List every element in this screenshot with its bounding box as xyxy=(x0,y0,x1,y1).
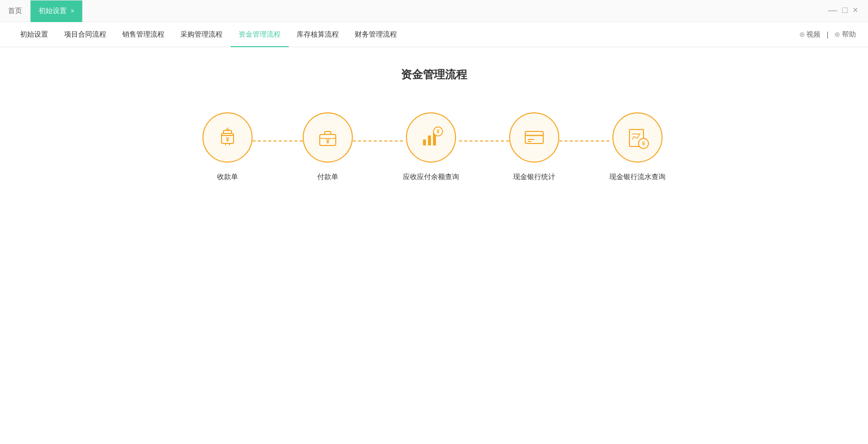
minimize-button[interactable]: — xyxy=(828,5,837,16)
svg-text:¥: ¥ xyxy=(437,129,440,134)
nav-item-initial[interactable]: 初始设置 xyxy=(12,22,56,47)
flow-item-payment[interactable]: ¥ 付款单 xyxy=(303,112,353,182)
top-bar: 首页 初始设置 × xyxy=(0,0,868,22)
connector-3 xyxy=(459,140,509,154)
nav-item-capital[interactable]: 资金管理流程 xyxy=(231,22,289,47)
close-tab-icon[interactable]: × xyxy=(71,8,74,15)
active-tab-label: 初始设置 xyxy=(39,7,67,16)
flow-item-cash-flow[interactable]: ¥ 现金银行流水查询 xyxy=(609,112,666,182)
flow-circle-cash-bank xyxy=(509,112,559,163)
flow-label-cash-flow: 现金银行流水查询 xyxy=(609,173,666,182)
svg-rect-7 xyxy=(428,135,431,145)
nav-item-inventory[interactable]: 库存核算流程 xyxy=(289,22,347,47)
nav-item-purchase[interactable]: 采购管理流程 xyxy=(172,22,231,47)
maximize-button[interactable]: □ xyxy=(842,5,848,16)
svg-rect-6 xyxy=(423,139,426,145)
help-link[interactable]: ⊙ 帮助 xyxy=(834,30,856,39)
nav-right: ⊙ 视频 | ⊙ 帮助 xyxy=(799,30,856,39)
balance-icon: ¥ xyxy=(418,124,444,151)
flow-label-cash-bank: 现金银行统计 xyxy=(513,173,555,182)
nav-item-finance[interactable]: 财务管理流程 xyxy=(347,22,405,47)
flow-item-balance[interactable]: ¥ 应收应付余额查询 xyxy=(403,112,459,182)
cash-bank-icon xyxy=(521,124,547,151)
flow-item-receipt[interactable]: ¥ 收款单 xyxy=(202,112,253,182)
payment-icon: ¥ xyxy=(315,124,341,151)
home-tab[interactable]: 首页 xyxy=(0,0,30,22)
flow-item-cash-bank[interactable]: 现金银行统计 xyxy=(509,112,559,182)
flow-container: ¥ 收款单 ¥ 付款单 xyxy=(202,112,666,182)
flow-circle-payment: ¥ xyxy=(303,112,353,163)
svg-text:¥: ¥ xyxy=(326,138,330,145)
close-button[interactable]: × xyxy=(852,5,858,16)
active-tab[interactable]: 初始设置 × xyxy=(30,0,83,22)
flow-label-payment: 付款单 xyxy=(317,173,338,182)
page-title: 资金管理流程 xyxy=(401,67,467,82)
flow-circle-cash-flow: ¥ xyxy=(612,112,663,163)
connector-4 xyxy=(559,140,609,154)
connector-1 xyxy=(253,140,303,154)
connector-2 xyxy=(353,140,403,154)
svg-text:¥: ¥ xyxy=(642,140,645,146)
main-content: 资金管理流程 ¥ 收款单 xyxy=(0,47,868,202)
receipt-icon: ¥ xyxy=(214,124,241,151)
flow-label-balance: 应收应付余额查询 xyxy=(403,173,459,182)
flow-circle-receipt: ¥ xyxy=(202,112,253,163)
window-controls: — □ × xyxy=(828,5,858,16)
secondary-nav: 初始设置 项目合同流程 销售管理流程 采购管理流程 资金管理流程 库存核算流程 … xyxy=(0,22,868,47)
nav-item-project[interactable]: 项目合同流程 xyxy=(56,22,114,47)
svg-text:¥: ¥ xyxy=(226,136,230,143)
divider: | xyxy=(826,31,828,39)
cash-flow-icon: ¥ xyxy=(624,124,650,151)
flow-label-receipt: 收款单 xyxy=(217,173,238,182)
nav-item-sales[interactable]: 销售管理流程 xyxy=(114,22,172,47)
video-link[interactable]: ⊙ 视频 xyxy=(799,30,821,39)
flow-circle-balance: ¥ xyxy=(406,112,456,163)
